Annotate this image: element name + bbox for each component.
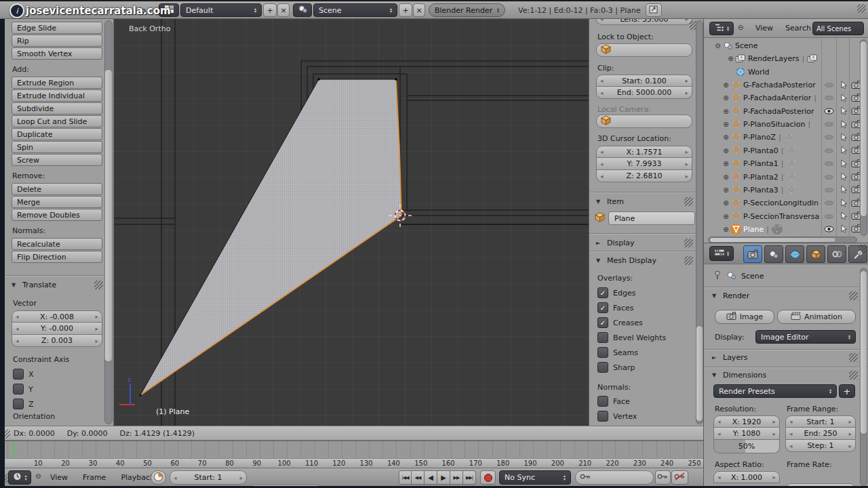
tool-button-extrude-individual[interactable]: Extrude Individual bbox=[12, 89, 102, 102]
menu-playback[interactable]: Playback bbox=[121, 473, 154, 482]
outliner-row-plane[interactable]: Plane| bbox=[704, 223, 868, 236]
visibility-eye-icon[interactable] bbox=[823, 159, 835, 168]
expander-icon[interactable] bbox=[722, 121, 730, 128]
checkbox-icon[interactable] bbox=[13, 399, 24, 409]
properties-scrollbar-thumb[interactable] bbox=[860, 270, 867, 434]
panel-grip[interactable] bbox=[94, 281, 103, 289]
expander-icon[interactable] bbox=[722, 81, 730, 89]
checkbox-icon[interactable] bbox=[597, 347, 608, 358]
render-presets-select[interactable]: Render Presets bbox=[713, 384, 837, 398]
tool-shelf-scrollbar-thumb[interactable] bbox=[104, 69, 113, 362]
collapse-menus-icon[interactable]: ⊖ bbox=[738, 24, 743, 31]
selectability-cursor-icon[interactable] bbox=[838, 211, 850, 221]
checkbox-icon[interactable] bbox=[597, 362, 608, 373]
outliner-row-renderlayers[interactable]: RenderLayers| bbox=[704, 52, 868, 65]
expander-icon[interactable] bbox=[726, 55, 735, 62]
expander-icon[interactable] bbox=[722, 160, 730, 167]
panel-grip[interactable] bbox=[684, 197, 693, 206]
delete-layout-button[interactable]: × bbox=[277, 3, 290, 17]
expander-icon[interactable] bbox=[722, 186, 730, 194]
visibility-eye-icon[interactable] bbox=[823, 119, 835, 129]
outliner-row-world[interactable]: World bbox=[704, 66, 868, 79]
tool-button-rip[interactable]: Rip bbox=[12, 35, 102, 47]
tab-scene[interactable] bbox=[764, 245, 783, 263]
layers-panel-header[interactable]: Layers bbox=[712, 353, 747, 362]
check-vertex[interactable]: Vertex bbox=[597, 409, 692, 424]
outliner-row-p-planta2[interactable]: P-Planta2| bbox=[704, 171, 868, 184]
collapse-menus-icon[interactable]: ⊖ bbox=[35, 472, 41, 480]
menu-view[interactable]: View bbox=[755, 24, 773, 33]
pin-icon[interactable] bbox=[713, 270, 722, 282]
outliner-row-p-seccionlongitudin[interactable]: P-SeccionLongitudin bbox=[704, 197, 868, 209]
outliner-row-g-fachadaposterior[interactable]: G-FachadaPosterior bbox=[704, 79, 868, 92]
visibility-eye-icon[interactable] bbox=[823, 80, 835, 89]
frame-range-field-start[interactable]: Start: 1 bbox=[785, 415, 856, 428]
jump-end-button[interactable]: ▶▶| bbox=[463, 470, 476, 485]
tool-button-extrude-region[interactable]: Extrude Region bbox=[12, 77, 102, 89]
outliner-v-scrollbar-thumb[interactable] bbox=[860, 41, 867, 217]
scene-browse-button[interactable] bbox=[293, 3, 312, 17]
sync-mode-select[interactable]: No Sync bbox=[499, 470, 571, 485]
constraint-axis-y[interactable]: Y bbox=[13, 382, 94, 396]
menu-search[interactable]: Search bbox=[785, 24, 811, 33]
visibility-eye-icon[interactable] bbox=[823, 211, 835, 221]
constraint-axis-z[interactable]: Z bbox=[13, 396, 94, 411]
checkbox-icon[interactable] bbox=[13, 384, 24, 394]
selectability-cursor-icon[interactable] bbox=[838, 93, 850, 102]
render-display-select[interactable]: Image Editor bbox=[755, 330, 856, 344]
translate-panel-header[interactable]: Translate bbox=[12, 281, 56, 289]
check-seams[interactable]: Seams bbox=[597, 345, 692, 360]
add-layout-button[interactable]: + bbox=[263, 3, 277, 17]
corner-grip[interactable] bbox=[859, 245, 867, 253]
tool-button-flip-direction[interactable]: Flip Direction bbox=[12, 251, 102, 263]
check-sharp[interactable]: Sharp bbox=[597, 360, 692, 375]
expander-icon[interactable] bbox=[722, 108, 730, 115]
visibility-eye-icon[interactable] bbox=[823, 146, 835, 155]
tool-button-smooth-vertex[interactable]: Smooth Vertex bbox=[12, 47, 102, 60]
add-preset-button[interactable]: + bbox=[839, 384, 855, 398]
checkbox-icon[interactable] bbox=[597, 287, 608, 298]
render-image-button[interactable]: Image bbox=[715, 310, 774, 324]
dimensions-panel-header[interactable]: Dimensions bbox=[712, 371, 766, 380]
local-camera-field[interactable] bbox=[596, 115, 692, 128]
window-duplicate-button[interactable] bbox=[646, 3, 662, 17]
record-button[interactable] bbox=[480, 470, 496, 485]
selectability-cursor-icon[interactable] bbox=[838, 106, 850, 116]
viewport-3d[interactable]: z Back Ortho (1) Plane bbox=[114, 19, 589, 426]
vector-field-x[interactable]: X: -0.008 bbox=[12, 310, 102, 323]
render-engine-select[interactable]: Blender Render bbox=[429, 3, 505, 17]
prev-keyframe-button[interactable]: ◀◀ bbox=[412, 470, 425, 485]
item-panel-header[interactable]: Item bbox=[596, 197, 624, 206]
panel-grip[interactable] bbox=[849, 353, 858, 362]
selectability-cursor-icon[interactable] bbox=[838, 198, 850, 207]
tab-object[interactable] bbox=[806, 245, 825, 263]
tab-constraints[interactable] bbox=[827, 245, 846, 263]
visibility-eye-icon[interactable] bbox=[823, 224, 835, 234]
checkbox-icon[interactable] bbox=[597, 411, 608, 422]
cursor-field-y[interactable]: Y: 7.9933 bbox=[596, 158, 692, 170]
menu-view[interactable]: View bbox=[50, 473, 68, 482]
visibility-eye-icon[interactable] bbox=[823, 93, 835, 102]
scene-select[interactable]: Scene bbox=[313, 3, 397, 17]
tool-button-subdivide[interactable]: Subdivide bbox=[12, 102, 102, 115]
lens-field[interactable]: Lens: 35.000 bbox=[596, 19, 692, 25]
tool-button-screw[interactable]: Screw bbox=[12, 154, 102, 166]
tool-button-recalculate[interactable]: Recalculate bbox=[12, 238, 102, 250]
checkbox-icon[interactable] bbox=[597, 317, 608, 328]
screen-layout-select[interactable]: Default bbox=[180, 3, 262, 17]
expander-icon[interactable] bbox=[722, 174, 730, 181]
corner-grip[interactable] bbox=[857, 4, 866, 13]
frame-start-field[interactable]: Start: 1 bbox=[170, 470, 247, 485]
outliner-row-p-planta3[interactable]: P-Planta3| bbox=[704, 184, 868, 197]
outliner-h-scrollbar-thumb[interactable] bbox=[709, 237, 836, 243]
outliner-row-p-planoz[interactable]: P-PlanoZ| bbox=[704, 131, 868, 144]
clip-end-field[interactable]: End: 5000.000 bbox=[596, 87, 692, 99]
tool-button-edge-slide[interactable]: Edge Slide bbox=[12, 22, 102, 34]
outliner-filter-select[interactable]: All Scenes bbox=[812, 22, 864, 35]
tab-render[interactable] bbox=[743, 245, 762, 263]
tool-button-delete[interactable]: Delete bbox=[12, 183, 102, 195]
checkbox-icon[interactable] bbox=[597, 302, 608, 313]
editor-type-button[interactable] bbox=[8, 470, 31, 485]
visibility-eye-icon[interactable] bbox=[823, 132, 835, 142]
check-bevel-weights[interactable]: Bevel Weights bbox=[597, 330, 692, 345]
